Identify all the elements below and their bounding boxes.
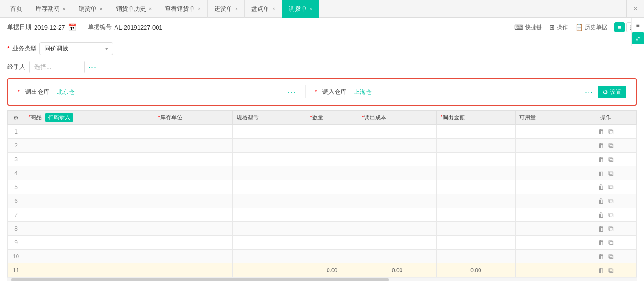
layout-icon-list[interactable]: ≡ [614, 22, 625, 32]
handler-dropdown[interactable]: 选择... [29, 61, 85, 73]
cell-spec-8[interactable] [233, 222, 306, 236]
calendar-icon[interactable]: 📅 [68, 23, 77, 31]
cell-amount-2[interactable] [437, 139, 515, 153]
copy-icon-8[interactable]: ⧉ [608, 225, 614, 233]
warehouse-in-more-button[interactable]: ··· [585, 87, 593, 97]
cell-available-10[interactable] [515, 250, 575, 263]
cell-amount-7[interactable] [437, 208, 515, 222]
cell-spec-6[interactable] [233, 194, 306, 208]
cell-available-5[interactable] [515, 180, 575, 194]
tab-inventory-check[interactable]: 盘点单 × [245, 0, 282, 18]
warehouse-out-more-button[interactable]: ··· [287, 87, 296, 97]
tab-inventory-init[interactable]: 库存期初 × [29, 0, 72, 18]
scrollbar-thumb[interactable] [11, 278, 389, 281]
delete-icon-4[interactable]: 🗑 [598, 169, 605, 177]
delete-icon-7[interactable]: 🗑 [598, 211, 605, 219]
cell-quantity-2[interactable] [306, 139, 358, 153]
horizontal-scrollbar[interactable] [7, 277, 637, 281]
tab-transfer-order[interactable]: 调拨单 × [282, 0, 319, 18]
cell-amount-4[interactable] [437, 166, 515, 180]
cell-amount-10[interactable] [437, 250, 515, 263]
cell-unit-2[interactable] [154, 139, 233, 153]
copy-icon-5[interactable]: ⧉ [608, 183, 614, 191]
cell-available-2[interactable] [515, 139, 575, 153]
copy-icon-1[interactable]: ⧉ [608, 128, 614, 136]
tab-sales-order[interactable]: 销货单 × [72, 0, 109, 18]
cell-quantity-6[interactable] [306, 194, 358, 208]
copy-icon-3[interactable]: ⧉ [608, 155, 614, 164]
cell-product-4[interactable] [24, 166, 154, 180]
cell-cost-5[interactable] [358, 180, 436, 194]
copy-icon-6[interactable]: ⧉ [608, 197, 614, 205]
tab-inventory-init-close[interactable]: × [62, 6, 65, 12]
cell-product-6[interactable] [24, 194, 154, 208]
tab-view-sales[interactable]: 查看销货单 × [158, 0, 207, 18]
cell-available-4[interactable] [515, 166, 575, 180]
cell-quantity-7[interactable] [306, 208, 358, 222]
cell-quantity-8[interactable] [306, 222, 358, 236]
cell-unit-8[interactable] [154, 222, 233, 236]
delete-icon-10[interactable]: 🗑 [598, 252, 605, 260]
history-button[interactable]: 📋 历史单据 [575, 24, 607, 31]
cell-amount-9[interactable] [437, 236, 515, 250]
cell-available-7[interactable] [515, 208, 575, 222]
cell-quantity-9[interactable] [306, 236, 358, 250]
cell-product-1[interactable] [24, 125, 154, 139]
cell-available-3[interactable] [515, 153, 575, 166]
cell-cost-6[interactable] [358, 194, 436, 208]
cell-spec-7[interactable] [233, 208, 306, 222]
copy-icon-4[interactable]: ⧉ [608, 169, 614, 177]
cell-spec-9[interactable] [233, 236, 306, 250]
sidebar-list-icon[interactable]: ≡ [632, 19, 644, 31]
delete-icon-8[interactable]: 🗑 [598, 225, 605, 232]
delete-icon-11[interactable]: 🗑 [598, 266, 605, 274]
cell-product-5[interactable] [24, 180, 154, 194]
cell-cost-10[interactable] [358, 250, 436, 263]
cell-unit-7[interactable] [154, 208, 233, 222]
cell-quantity-10[interactable] [306, 250, 358, 263]
cell-spec-1[interactable] [233, 125, 306, 139]
cell-product-2[interactable] [24, 139, 154, 153]
cell-cost-7[interactable] [358, 208, 436, 222]
cell-cost-8[interactable] [358, 222, 436, 236]
cell-amount-5[interactable] [437, 180, 515, 194]
settings-button[interactable]: ⚙ 设置 [598, 86, 626, 98]
cell-unit-6[interactable] [154, 194, 233, 208]
copy-icon-9[interactable]: ⧉ [608, 238, 614, 247]
cell-product-8[interactable] [24, 222, 154, 236]
cell-available-11[interactable] [515, 263, 575, 277]
delete-icon-2[interactable]: 🗑 [598, 141, 605, 149]
handler-more-button[interactable]: ··· [88, 62, 97, 72]
copy-icon-10[interactable]: ⧉ [608, 252, 614, 261]
cell-available-6[interactable] [515, 194, 575, 208]
operations-button[interactable]: ⊞ 操作 [549, 24, 568, 31]
cell-unit-11[interactable] [154, 263, 233, 277]
tab-sales-history[interactable]: 销货单历史 × [109, 0, 158, 18]
cell-amount-8[interactable] [437, 222, 515, 236]
delete-icon-6[interactable]: 🗑 [598, 197, 605, 205]
copy-icon-11[interactable]: ⧉ [608, 266, 614, 275]
cell-unit-10[interactable] [154, 250, 233, 263]
cell-spec-10[interactable] [233, 250, 306, 263]
tab-transfer-order-close[interactable]: × [310, 6, 312, 12]
tab-inventory-check-close[interactable]: × [272, 6, 275, 12]
business-type-dropdown[interactable]: 同价调拨 ▾ [39, 42, 113, 55]
cell-product-11[interactable] [24, 263, 154, 277]
copy-icon-7[interactable]: ⧉ [608, 211, 614, 219]
delete-icon-5[interactable]: 🗑 [598, 183, 605, 191]
cell-quantity-4[interactable] [306, 166, 358, 180]
cell-unit-9[interactable] [154, 236, 233, 250]
cell-amount-3[interactable] [437, 153, 515, 166]
cell-spec-4[interactable] [233, 166, 306, 180]
window-close-button[interactable]: × [626, 0, 644, 18]
delete-icon-3[interactable]: 🗑 [598, 155, 605, 163]
tab-home[interactable]: 首页 [4, 0, 29, 18]
cell-unit-5[interactable] [154, 180, 233, 194]
sidebar-expand-icon[interactable]: ⤢ [632, 32, 644, 44]
cell-quantity-1[interactable] [306, 125, 358, 139]
cell-product-9[interactable] [24, 236, 154, 250]
th-settings[interactable]: ⚙ [8, 111, 24, 125]
cell-cost-2[interactable] [358, 139, 436, 153]
tab-sales-history-close[interactable]: × [149, 6, 152, 12]
cell-cost-4[interactable] [358, 166, 436, 180]
